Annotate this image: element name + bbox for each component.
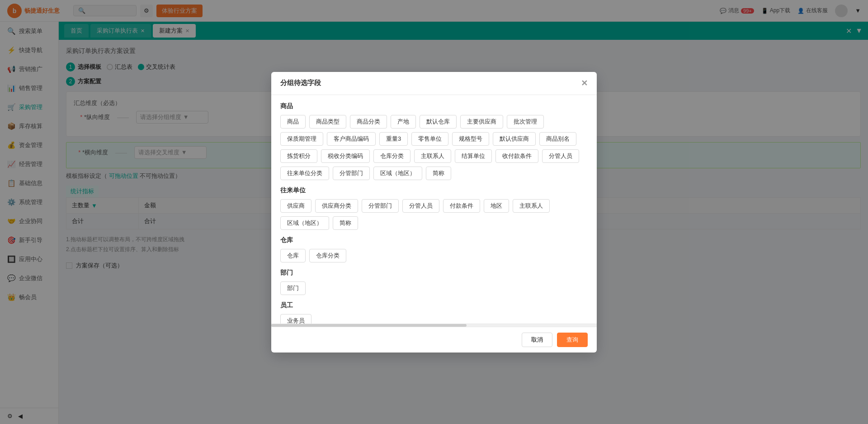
field-wh-cat[interactable]: 仓库分类 <box>309 249 346 262</box>
cancel-button[interactable]: 取消 <box>522 333 552 347</box>
field-partner-cat[interactable]: 往来单位分类 <box>280 167 329 180</box>
modal-footer: 取消 查询 <box>271 327 597 353</box>
field-partner-dept[interactable]: 分管部门 <box>362 199 399 213</box>
field-goods-type[interactable]: 商品类型 <box>309 115 346 129</box>
field-spec-model[interactable]: 规格型号 <box>452 132 489 146</box>
field-supplier-cat[interactable]: 供应商分类 <box>315 199 358 213</box>
field-abbr-goods[interactable]: 简称 <box>426 167 451 180</box>
field-abbr-partner[interactable]: 简称 <box>333 216 358 230</box>
field-tax-code[interactable]: 税收分类编码 <box>321 149 370 163</box>
field-main-contact[interactable]: 主联系人 <box>414 149 451 163</box>
field-customer-sku[interactable]: 客户商品编码 <box>327 132 376 146</box>
field-region-goods[interactable]: 区域（地区） <box>373 167 422 180</box>
section-employee-title: 员工 <box>280 301 588 310</box>
field-batch-mgmt[interactable]: 批次管理 <box>507 115 544 129</box>
field-payment-cond[interactable]: 付款条件 <box>443 199 480 213</box>
section-dept-chips: 部门 <box>280 281 588 295</box>
section-goods-title: 商品 <box>280 102 588 110</box>
field-settle-unit[interactable]: 结算单位 <box>455 149 492 163</box>
field-supplier[interactable]: 供应商 <box>280 199 311 213</box>
modal-title: 分组待选字段 <box>280 79 321 87</box>
field-pick-points[interactable]: 拣货积分 <box>280 149 317 163</box>
field-partner-person[interactable]: 分管人员 <box>402 199 439 213</box>
modal-hscrollbar[interactable] <box>271 324 597 326</box>
field-goods[interactable]: 商品 <box>280 115 306 129</box>
field-weight3[interactable]: 重量3 <box>379 132 408 146</box>
field-default-warehouse[interactable]: 默认仓库 <box>420 115 457 129</box>
field-main-contact-partner[interactable]: 主联系人 <box>513 199 550 213</box>
field-region-partner2[interactable]: 区域（地区） <box>280 216 329 230</box>
section-partner-title: 往来单位 <box>280 186 588 195</box>
field-payment-terms[interactable]: 收付款条件 <box>495 149 538 163</box>
section-employee-chips: 业务员 <box>280 314 588 324</box>
modal: 分组待选字段 ✕ 商品 商品 商品类型 商品分类 产地 默认仓库 主要供应商 批… <box>271 72 597 353</box>
field-origin[interactable]: 产地 <box>391 115 416 129</box>
field-dept[interactable]: 分管部门 <box>333 167 370 180</box>
section-partner-chips: 供应商 供应商分类 分管部门 分管人员 付款条件 地区 主联系人 区域（地区） … <box>280 199 588 230</box>
field-salesperson[interactable]: 业务员 <box>280 314 311 324</box>
field-wh[interactable]: 仓库 <box>280 249 306 262</box>
section-warehouse-title: 仓库 <box>280 236 588 244</box>
section-goods-chips: 商品 商品类型 商品分类 产地 默认仓库 主要供应商 批次管理 保质期管理 客户… <box>280 115 588 180</box>
field-retail-unit[interactable]: 零售单位 <box>411 132 448 146</box>
modal-header: 分组待选字段 ✕ <box>271 72 597 95</box>
field-warehouse-cat[interactable]: 仓库分类 <box>373 149 410 163</box>
field-goods-alias[interactable]: 商品别名 <box>539 132 576 146</box>
section-dept-title: 部门 <box>280 269 588 277</box>
field-goods-category[interactable]: 商品分类 <box>350 115 387 129</box>
field-default-supplier[interactable]: 默认供应商 <box>493 132 536 146</box>
field-main-supplier[interactable]: 主要供应商 <box>460 115 503 129</box>
confirm-button[interactable]: 查询 <box>557 333 588 347</box>
field-region-partner[interactable]: 地区 <box>484 199 509 213</box>
modal-overlay[interactable]: 分组待选字段 ✕ 商品 商品 商品类型 商品分类 产地 默认仓库 主要供应商 批… <box>0 0 868 424</box>
section-warehouse-chips: 仓库 仓库分类 <box>280 249 588 262</box>
modal-hscrollbar-thumb <box>271 324 467 326</box>
field-expiry-mgmt[interactable]: 保质期管理 <box>280 132 323 146</box>
modal-body[interactable]: 商品 商品 商品类型 商品分类 产地 默认仓库 主要供应商 批次管理 保质期管理… <box>271 95 597 324</box>
field-department[interactable]: 部门 <box>280 281 306 295</box>
field-charge-person[interactable]: 分管人员 <box>542 149 579 163</box>
modal-close-button[interactable]: ✕ <box>581 78 588 88</box>
